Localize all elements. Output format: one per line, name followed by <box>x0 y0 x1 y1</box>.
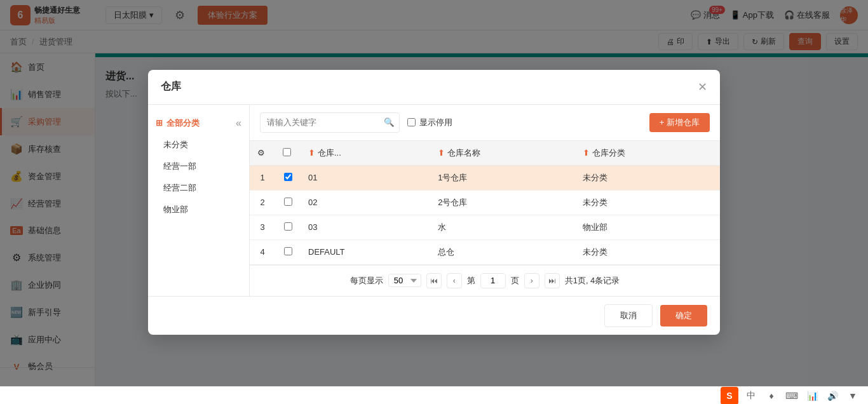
row-checkbox[interactable] <box>284 173 292 181</box>
modal-overlay: 仓库 ✕ ⊞ 全部分类 « 未分类 经营一部 经营二部 物业部 <box>0 0 868 404</box>
row-name: 总仓 <box>430 239 575 264</box>
s-logo: S <box>721 387 738 405</box>
confirm-button[interactable]: 确定 <box>660 305 707 327</box>
category-item-dept2[interactable]: 经营二部 <box>148 177 249 199</box>
modal-footer: 取消 确定 <box>148 296 720 335</box>
row-category: 物业部 <box>575 215 720 239</box>
warehouse-table: ⚙ ⬆仓库... ⬆仓库名称 ⬆仓库分类 1 01 1号仓库 未分类 2 <box>250 141 720 265</box>
row-name: 水 <box>430 215 575 239</box>
modal-close-button[interactable]: ✕ <box>698 80 707 94</box>
row-code: 01 <box>301 165 430 190</box>
row-no: 2 <box>250 190 275 215</box>
table-row[interactable]: 3 03 水 物业部 <box>250 215 720 239</box>
warehouse-table-wrap: ⚙ ⬆仓库... ⬆仓库名称 ⬆仓库分类 1 01 1号仓库 未分类 2 <box>250 141 720 265</box>
row-checkbox[interactable] <box>284 247 292 255</box>
modal-header: 仓库 ✕ <box>148 70 720 105</box>
modal-toolbar: 🔍 显示停用 + 新增仓库 <box>250 105 720 141</box>
total-info: 共1页, 4条记录 <box>565 275 620 286</box>
warehouse-modal: 仓库 ✕ ⊞ 全部分类 « 未分类 经营一部 经营二部 物业部 <box>148 70 720 335</box>
row-code: DEFAULT <box>301 239 430 264</box>
grid-icon: ⊞ <box>156 118 163 128</box>
col-category: ⬆仓库分类 <box>575 141 720 166</box>
table-row[interactable]: 1 01 1号仓库 未分类 <box>250 165 720 190</box>
row-checkbox[interactable] <box>284 198 292 206</box>
row-check-cell[interactable] <box>275 215 301 239</box>
row-check-cell[interactable] <box>275 165 301 190</box>
modal-main: 🔍 显示停用 + 新增仓库 ⚙ <box>250 105 720 296</box>
chinese-icon[interactable]: 中 <box>743 388 759 403</box>
diamond-icon[interactable]: ♦ <box>764 388 779 403</box>
chart-icon[interactable]: 📊 <box>804 388 820 403</box>
col-check <box>275 141 301 166</box>
modal-title: 仓库 <box>161 80 181 93</box>
modal-body: ⊞ 全部分类 « 未分类 经营一部 经营二部 物业部 🔍 <box>148 105 720 296</box>
category-item-unclassified[interactable]: 未分类 <box>148 134 249 156</box>
row-name: 2号仓库 <box>430 190 575 215</box>
col-code: ⬆仓库... <box>301 141 430 166</box>
row-no: 4 <box>250 239 275 264</box>
row-category: 未分类 <box>575 165 720 190</box>
last-page-button[interactable]: ⏭ <box>545 273 560 288</box>
first-page-button[interactable]: ⏮ <box>426 273 442 288</box>
category-sidebar: ⊞ 全部分类 « 未分类 经营一部 经营二部 物业部 <box>148 105 250 296</box>
next-page-button[interactable]: › <box>524 273 539 288</box>
category-collapse-icon[interactable]: « <box>236 118 241 129</box>
category-item-property[interactable]: 物业部 <box>148 199 249 220</box>
row-check-cell[interactable] <box>275 239 301 264</box>
category-item-dept1[interactable]: 经营一部 <box>148 156 249 177</box>
col-gear: ⚙ <box>250 141 275 166</box>
row-code: 02 <box>301 190 430 215</box>
cancel-button[interactable]: 取消 <box>604 304 653 327</box>
prev-page-button[interactable]: ‹ <box>447 273 462 288</box>
table-header-row: ⚙ ⬆仓库... ⬆仓库名称 ⬆仓库分类 <box>250 141 720 166</box>
table-row[interactable]: 2 02 2号仓库 未分类 <box>250 190 720 215</box>
search-button[interactable]: 🔍 <box>384 118 395 127</box>
category-header[interactable]: ⊞ 全部分类 « <box>148 112 249 134</box>
expand-icon[interactable]: ▼ <box>845 388 860 403</box>
page-size-select[interactable]: 50 10 20 100 <box>388 274 421 287</box>
row-category: 未分类 <box>575 190 720 215</box>
page-number-input[interactable] <box>480 273 506 288</box>
show-disabled-checkbox[interactable] <box>407 118 416 126</box>
modal-pagination: 每页显示 50 10 20 100 ⏮ ‹ 第 页 › ⏭ 共1页, 4条记录 <box>250 265 720 296</box>
row-no: 1 <box>250 165 275 190</box>
row-check-cell[interactable] <box>275 190 301 215</box>
volume-icon[interactable]: 🔊 <box>825 388 840 403</box>
row-code: 03 <box>301 215 430 239</box>
new-warehouse-button[interactable]: + 新增仓库 <box>649 113 710 132</box>
row-no: 3 <box>250 215 275 239</box>
select-all-checkbox[interactable] <box>283 148 291 156</box>
row-name: 1号仓库 <box>430 165 575 190</box>
bottom-status-bar: S 中 ♦ ⌨ 📊 🔊 ▼ <box>0 386 868 404</box>
keyboard-icon[interactable]: ⌨ <box>784 388 799 403</box>
col-name: ⬆仓库名称 <box>430 141 575 166</box>
table-row[interactable]: 4 DEFAULT 总仓 未分类 <box>250 239 720 264</box>
show-disabled-label[interactable]: 显示停用 <box>407 117 452 128</box>
row-checkbox[interactable] <box>284 222 292 231</box>
search-input[interactable] <box>260 112 400 133</box>
search-wrap: 🔍 <box>260 112 400 133</box>
row-category: 未分类 <box>575 239 720 264</box>
